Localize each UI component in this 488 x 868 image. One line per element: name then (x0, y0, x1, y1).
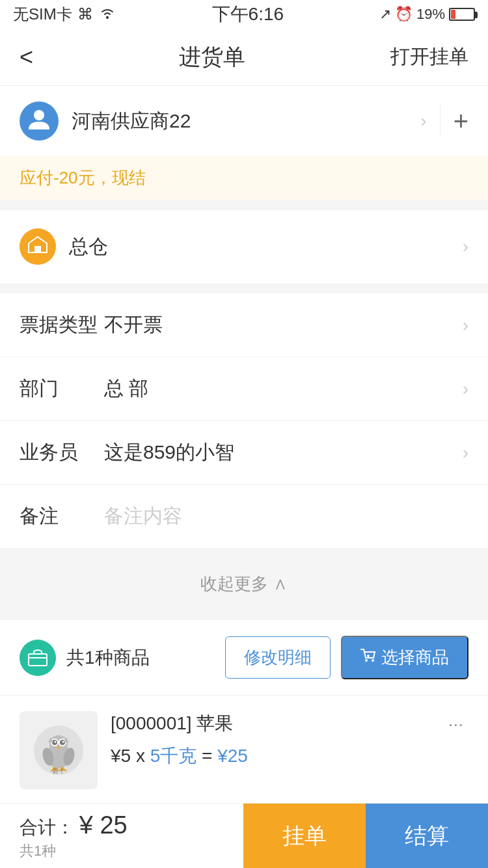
settle-button[interactable]: 结算 (366, 804, 488, 869)
svg-point-0 (106, 16, 109, 19)
nav-bar: < 进货单 打开挂单 (0, 29, 488, 86)
salesperson-row[interactable]: 业务员 这是859的小智 › (0, 421, 488, 485)
person-icon (27, 107, 51, 135)
form-section: 票据类型 不开票 › 部门 总 部 › 业务员 这是859的小智 › 备注 备注… (0, 293, 488, 548)
svg-point-15 (55, 741, 57, 743)
cart-icon (360, 647, 376, 668)
salesperson-label: 业务员 (20, 439, 104, 466)
status-indicators: ↗ ⏰ 19% (379, 6, 475, 23)
wifi-icon (98, 5, 116, 23)
select-product-button[interactable]: 选择商品 (341, 636, 468, 679)
total-amount: ¥ 25 (79, 811, 128, 839)
remark-row[interactable]: 备注 备注内容 (0, 485, 488, 548)
status-bar: 无SIM卡 ⌘ 下午6:16 ↗ ⏰ 19% (0, 0, 488, 29)
open-pending-button[interactable]: 打开挂单 (390, 44, 468, 70)
supplier-section: 河南供应商22 › + 应付-20元，现结 (0, 86, 488, 200)
product-section: 共1种商品 修改明细 选择商品 (0, 620, 488, 805)
status-carrier: 无SIM卡 ⌘ (13, 4, 116, 25)
warehouse-name: 总仓 (69, 234, 463, 260)
invoice-type-row[interactable]: 票据类型 不开票 › (0, 293, 488, 357)
page-title: 进货单 (179, 42, 245, 72)
department-label: 部门 (20, 375, 104, 402)
supplier-row[interactable]: 河南供应商22 › + (0, 86, 488, 156)
product-header: 共1种商品 修改明细 选择商品 (0, 620, 488, 696)
collapse-row[interactable]: 收起更多 ∧ (0, 558, 488, 610)
add-supplier-button[interactable]: + (454, 107, 468, 136)
salesperson-value: 这是859的小智 (104, 439, 463, 466)
svg-point-1 (34, 110, 44, 120)
battery-icon (449, 8, 475, 21)
product-thumbnail: 碧十 (20, 711, 98, 789)
warehouse-chevron-icon: › (463, 236, 468, 257)
status-time: 下午6:16 (212, 2, 284, 27)
svg-point-16 (62, 741, 64, 743)
department-value: 总 部 (104, 375, 463, 402)
product-name: [0000001] 苹果 (111, 711, 443, 736)
invoice-type-value: 不开票 (104, 312, 463, 338)
product-count: 共1种商品 (66, 645, 225, 670)
total-sub: 共1种 (20, 841, 224, 861)
alarm-icon: ⏰ (395, 6, 413, 23)
warehouse-row[interactable]: 总仓 › (0, 210, 488, 283)
svg-text:碧十: 碧十 (52, 767, 65, 774)
department-chevron-icon: › (463, 379, 468, 400)
product-price: ¥5 x 5千克 = ¥25 (111, 744, 443, 768)
notice-banner: 应付-20元，现结 (0, 156, 488, 200)
salesperson-chevron-icon: › (463, 442, 468, 463)
pend-button[interactable]: 挂单 (243, 804, 366, 869)
footer: 合计： ¥ 25 共1种 挂单 结算 (0, 803, 488, 868)
supplier-avatar (20, 102, 59, 141)
department-row[interactable]: 部门 总 部 › (0, 357, 488, 421)
invoice-type-label: 票据类型 (20, 312, 104, 338)
warehouse-section: 总仓 › (0, 210, 488, 283)
location-icon: ↗ (379, 6, 391, 23)
svg-rect-2 (34, 246, 41, 252)
footer-total: 合计： ¥ 25 共1种 (0, 811, 243, 861)
product-item: 碧十 [0000001] 苹果 ¥5 x 5千克 = ¥25 ··· (0, 696, 488, 805)
supplier-name: 河南供应商22 (72, 108, 420, 135)
more-options-button[interactable]: ··· (443, 711, 468, 737)
warehouse-icon (20, 228, 56, 265)
divider (440, 105, 441, 137)
svg-rect-3 (29, 654, 47, 666)
svg-point-5 (372, 659, 374, 662)
edit-details-button[interactable]: 修改明细 (225, 636, 331, 679)
total-amount-row: 合计： ¥ 25 (20, 811, 224, 840)
remark-input[interactable]: 备注内容 (104, 503, 468, 530)
invoice-chevron-icon: › (463, 315, 468, 336)
supplier-chevron-icon: › (420, 111, 426, 131)
product-details: [0000001] 苹果 ¥5 x 5千克 = ¥25 (111, 711, 443, 768)
remark-label: 备注 (20, 503, 104, 530)
svg-point-4 (365, 659, 368, 662)
back-button[interactable]: < (20, 44, 33, 71)
product-icon (20, 640, 56, 676)
